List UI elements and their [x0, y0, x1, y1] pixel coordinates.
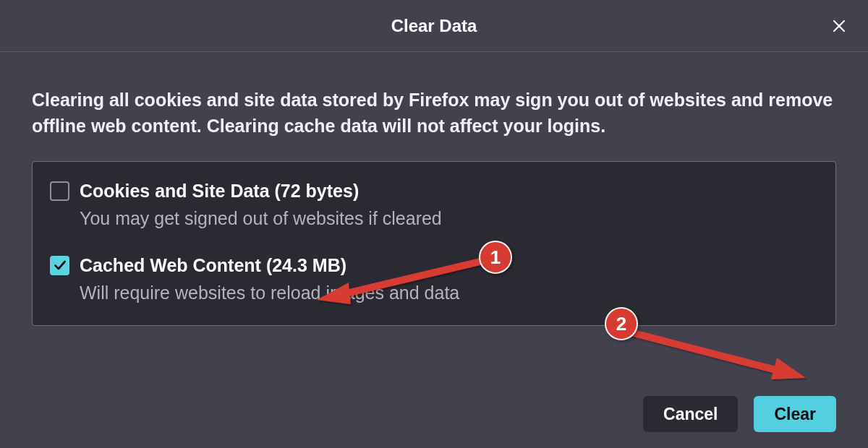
option-cookies-desc: You may get signed out of websites if cl… [80, 207, 442, 231]
checkbox-cache[interactable] [50, 256, 69, 275]
dialog-title: Clear Data [391, 16, 477, 36]
dialog-content: Clearing all cookies and site data store… [0, 52, 868, 326]
check-icon [53, 258, 67, 272]
cancel-button[interactable]: Cancel [643, 396, 738, 432]
dialog-header: Clear Data [0, 0, 868, 52]
options-container: Cookies and Site Data (72 bytes) You may… [32, 161, 836, 326]
option-cookies: Cookies and Site Data (72 bytes) You may… [50, 179, 818, 231]
svg-marker-5 [771, 358, 806, 379]
option-cookies-label: Cookies and Site Data (72 bytes) [80, 179, 442, 203]
option-cache-label: Cached Web Content (24.3 MB) [80, 254, 459, 277]
option-cache: Cached Web Content (24.3 MB) Will requir… [50, 254, 818, 305]
svg-line-4 [634, 333, 784, 372]
option-cache-text: Cached Web Content (24.3 MB) Will requir… [80, 254, 459, 305]
checkbox-cookies[interactable] [50, 181, 69, 201]
close-button[interactable] [827, 14, 851, 38]
clear-button[interactable]: Clear [754, 396, 836, 432]
option-cookies-text: Cookies and Site Data (72 bytes) You may… [80, 179, 442, 231]
dialog-description: Clearing all cookies and site data store… [32, 87, 836, 139]
option-cache-desc: Will require websites to reload images a… [80, 281, 459, 305]
dialog-footer: Cancel Clear [643, 396, 836, 432]
close-icon [830, 17, 848, 35]
